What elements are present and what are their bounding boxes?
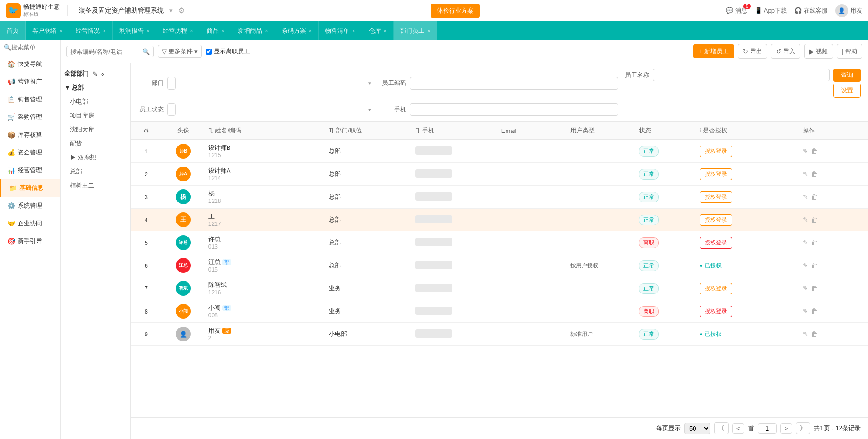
edit-icon[interactable]: ✎ [803,193,808,201]
phone-input[interactable] [410,103,618,116]
edit-icon[interactable]: ✎ [803,330,808,338]
nav-tab-operations[interactable]: 经营情况 × [69,21,112,40]
col-dept[interactable]: ⇅ 部门/职位 [325,122,411,140]
message-icon[interactable]: 💬 消息 5 [726,7,747,15]
online-service[interactable]: 🎧 在线客服 [794,7,828,15]
edit-icon[interactable]: ✎ [803,147,808,155]
close-icon[interactable]: × [427,28,430,34]
close-icon[interactable]: × [146,28,149,34]
sidebar-item-operations-mgmt[interactable]: 📊 经营管理 [0,161,60,179]
dept-item-shuanglu[interactable]: ▶ 双鹿想 [61,151,130,165]
sidebar-item-marketing[interactable]: 📢 营销推广 [0,73,60,91]
add-employee-button[interactable]: + 新增员工 [693,44,734,58]
sidebar-item-inventory[interactable]: 📦 库存核算 [0,126,60,144]
dept-item-headquarters-parent[interactable]: ▼ 总部 [61,81,130,95]
user-area[interactable]: 👤 用友 [835,4,862,17]
edit-icon[interactable]: ✎ [803,307,808,315]
nav-tab-add-goods[interactable]: 新增商品 × [231,21,275,40]
close-icon[interactable]: × [59,28,62,34]
auth-login-button[interactable]: 授权登录 [700,237,732,249]
sidebar-item-sales[interactable]: 📋 销售管理 [0,91,60,108]
nav-tab-profit[interactable]: 利润报告 × [113,21,156,40]
page-number-input[interactable] [758,423,777,434]
nav-tab-barcode[interactable]: 条码方案 × [275,21,319,40]
sidebar-item-system[interactable]: ⚙️ 系统管理 [0,197,60,215]
delete-icon[interactable]: 🗑 [811,193,818,201]
col-name[interactable]: ⇅ 姓名/编码 [205,122,326,140]
dept-settings-icon[interactable]: ✎ [92,70,97,77]
delete-icon[interactable]: 🗑 [811,330,818,338]
col-phone[interactable]: ⇅ 手机 [411,122,498,140]
sidebar-item-finance[interactable]: 💰 资金管理 [0,144,60,161]
trial-button[interactable]: 体验行业方案 [431,4,480,18]
close-icon[interactable]: × [190,28,193,34]
help-button[interactable]: | 帮助 [837,44,862,59]
auth-login-button[interactable]: 授权登录 [700,168,732,180]
nav-tab-home[interactable]: 首页 [0,21,26,40]
emp-name-input[interactable] [653,69,830,81]
show-resigned-checkbox[interactable]: 显示离职员工 [206,47,250,56]
nav-tab-goods[interactable]: 商品 × [200,21,231,40]
auth-info-icon[interactable]: ℹ [700,127,702,134]
nav-tab-dept-staff[interactable]: 部门员工 × [394,21,437,40]
dept-item-headquarters[interactable]: 总部 [61,165,130,179]
delete-icon[interactable]: 🗑 [811,216,818,223]
import-button[interactable]: ↺ 导入 [771,44,800,59]
emp-code-input[interactable] [410,77,618,90]
search-input[interactable] [70,48,140,55]
sidebar-item-collab[interactable]: 🤝 企业协同 [0,215,60,232]
edit-icon[interactable]: ✎ [803,239,808,246]
dept-item-shenyang[interactable]: 沈阳大库 [61,123,130,137]
video-button[interactable]: ▶ 视频 [804,44,833,59]
dept-item-project-warehouse[interactable]: 项目库房 [61,109,130,123]
close-icon[interactable]: × [384,28,387,34]
app-download[interactable]: 📱 App下载 [755,7,787,15]
table-settings-icon[interactable]: ⚙ [143,127,149,134]
dept-item-zhishu[interactable]: 植树王二 [61,179,130,193]
delete-icon[interactable]: 🗑 [811,239,818,246]
auth-login-button[interactable]: 授权登录 [700,214,732,226]
auth-login-button[interactable]: 授权登录 [700,306,732,317]
dept-collapse-icon[interactable]: « [101,70,104,77]
page-size-select[interactable]: 50 100 [684,423,710,434]
edit-icon[interactable]: ✎ [803,285,808,292]
status-select[interactable] [167,103,176,116]
sidebar-item-guide[interactable]: 🎯 新手引导 [0,232,60,250]
resigned-checkbox-input[interactable] [206,49,212,55]
sidebar-item-purchase[interactable]: 🛒 采购管理 [0,108,60,126]
delete-icon[interactable]: 🗑 [811,285,818,292]
delete-icon[interactable]: 🗑 [811,307,818,315]
sidebar-item-quick-nav[interactable]: 🏠 快捷导航 [0,55,60,73]
delete-icon[interactable]: 🗑 [811,147,818,155]
nav-tab-bom[interactable]: 物料清单 × [319,21,362,40]
delete-icon[interactable]: 🗑 [811,170,818,178]
search-box[interactable]: 🔍 [66,46,154,57]
more-filter-btn[interactable]: ▽ 更多条件 ▾ [158,45,202,58]
close-icon[interactable]: × [265,28,268,34]
dept-item-distribution[interactable]: 配货 [61,137,130,151]
edit-icon[interactable]: ✎ [803,262,808,269]
system-dropdown-icon[interactable]: ▾ [169,7,173,14]
nav-tab-customers[interactable]: 客户联络 × [26,21,69,40]
auth-login-button[interactable]: 授权登录 [700,283,732,294]
settings-icon[interactable]: ⚙ [178,6,185,15]
first-page-button[interactable]: 《 [714,422,729,434]
nav-tab-warehouse[interactable]: 仓库 × [362,21,394,40]
edit-icon[interactable]: ✎ [803,216,808,223]
export-button[interactable]: ↻ 导出 [738,44,767,59]
auth-login-button[interactable]: 授权登录 [700,191,732,203]
next-page-button[interactable]: > [780,423,792,434]
sidebar-item-basic-info[interactable]: 📁 基础信息 [0,179,60,197]
close-icon[interactable]: × [103,28,105,34]
auth-login-button[interactable]: 授权登录 [700,146,732,157]
query-button[interactable]: 查询 [833,69,861,82]
close-icon[interactable]: × [352,28,355,34]
search-btn-icon[interactable]: 🔍 [142,48,150,55]
delete-icon[interactable]: 🗑 [811,262,818,269]
dept-select[interactable] [167,77,176,90]
sidebar-search-input[interactable] [11,44,61,51]
close-icon[interactable]: × [309,28,312,34]
close-icon[interactable]: × [222,28,224,34]
dept-item-small-electric[interactable]: 小电部 [61,95,130,109]
edit-icon[interactable]: ✎ [803,170,808,178]
